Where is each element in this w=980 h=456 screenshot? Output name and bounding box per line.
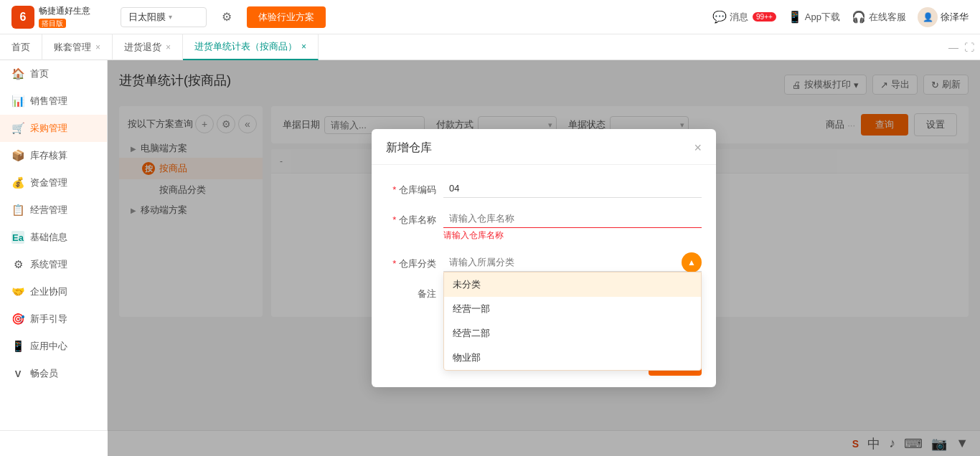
home-icon: 🏠	[11, 67, 24, 80]
sidebar-item-purchase[interactable]: 🛒 采购管理	[0, 115, 107, 142]
inventory-icon: 📦	[11, 149, 24, 162]
warehouse-code-label: * 仓库编码	[386, 179, 443, 196]
tab-account-management[interactable]: 账套管理 ×	[42, 34, 113, 60]
warehouse-name-label: * 仓库名称	[386, 209, 443, 227]
headset-icon: 🎧	[852, 10, 866, 24]
settings-icon[interactable]: ⚙	[215, 6, 238, 29]
company-selector[interactable]: 日太阳膜 ▾	[121, 7, 207, 27]
messages-badge: 99++	[753, 12, 776, 22]
warehouse-category-row: * 仓库分类 ▲ 未分类 经营一部 经营二部 物业部	[386, 253, 702, 272]
avatar: 👤	[918, 7, 938, 27]
tab-purchase-stats[interactable]: 进货单统计表（按商品） ×	[183, 34, 319, 60]
sidebar-item-finance[interactable]: 💰 资金管理	[0, 169, 107, 196]
sidebar: 🏠 首页 📊 销售管理 🛒 采购管理 📦 库存核算 💰 资金管理 📋 经营管理 …	[0, 60, 108, 456]
content-area: 进货单统计(按商品) 🖨 按模板打印 ▾ ↗ 导出 ↻ 刷新	[108, 60, 980, 456]
modal-body: * 仓库编码 * 仓库名称	[372, 165, 716, 344]
online-service-item[interactable]: 🎧 在线客服	[852, 10, 906, 24]
tab-expand-icon[interactable]: ⛶	[964, 42, 974, 53]
messages-label: 消息	[730, 11, 748, 24]
guide-icon: 🎯	[11, 313, 24, 326]
warehouse-name-error: 请输入仓库名称	[443, 229, 702, 242]
company-name: 日太阳膜	[128, 11, 166, 24]
sidebar-item-app-center[interactable]: 📱 应用中心	[0, 333, 107, 360]
sidebar-item-system[interactable]: ⚙ 系统管理	[0, 251, 107, 278]
messages-item[interactable]: 💬 消息 99++	[712, 10, 776, 24]
sidebar-item-inventory[interactable]: 📦 库存核算	[0, 142, 107, 169]
tab-close-icon[interactable]: ×	[301, 42, 306, 52]
sidebar-item-operations[interactable]: 📋 经营管理	[0, 196, 107, 224]
app-download-item[interactable]: 📱 App下载	[788, 10, 840, 24]
sidebar-item-member[interactable]: V 畅会员	[0, 360, 107, 387]
dropdown-option-property[interactable]: 物业部	[444, 346, 701, 370]
dropdown-option-uncategorized[interactable]: 未分类	[444, 272, 701, 297]
warehouse-code-input[interactable]	[443, 179, 702, 198]
basic-info-icon: Ea	[11, 231, 24, 244]
logo-area: 6 畅捷通好生意 搭目版	[11, 5, 112, 29]
username-label: 徐泽华	[941, 11, 969, 24]
app-download-label: App下载	[805, 11, 840, 24]
sales-icon: 📊	[11, 95, 24, 108]
warehouse-code-input-wrap	[443, 179, 702, 198]
warehouse-category-input-wrap: ▲ 未分类 经营一部 经营二部 物业部	[443, 253, 702, 272]
modal-new-warehouse: 新增仓库 × * 仓库编码	[372, 129, 716, 387]
main-layout: 🏠 首页 📊 销售管理 🛒 采购管理 📦 库存核算 💰 资金管理 📋 经营管理 …	[0, 60, 980, 456]
modal-close-icon[interactable]: ×	[694, 141, 702, 156]
online-service-label: 在线客服	[869, 11, 906, 24]
modal-title: 新增仓库	[386, 141, 432, 156]
top-header: 6 畅捷通好生意 搭目版 日太阳膜 ▾ ⚙ 体验行业方案 💬 消息 99++ 📱…	[0, 0, 980, 34]
tab-close-icon[interactable]: ×	[166, 42, 171, 52]
message-icon: 💬	[712, 10, 727, 24]
warehouse-category-input[interactable]	[443, 253, 702, 272]
tab-close-icon[interactable]: ×	[95, 42, 100, 52]
tab-bar: 首页 账套管理 × 进货退货 × 进货单统计表（按商品） × — ⛶	[0, 34, 980, 60]
sidebar-item-enterprise[interactable]: 🤝 企业协同	[0, 278, 107, 305]
notes-label: 备注	[386, 283, 443, 300]
enterprise-icon: 🤝	[11, 285, 24, 298]
purchase-icon: 🛒	[11, 122, 24, 135]
tab-home[interactable]: 首页	[0, 34, 42, 60]
member-icon: V	[11, 367, 24, 380]
sidebar-item-sales[interactable]: 📊 销售管理	[0, 87, 107, 115]
finance-icon: 💰	[11, 176, 24, 189]
tab-bar-actions: — ⛶	[948, 42, 980, 53]
tab-purchase-return[interactable]: 进货退货 ×	[113, 34, 183, 60]
tab-minimize-icon[interactable]: —	[948, 42, 958, 53]
warehouse-name-row: * 仓库名称 请输入仓库名称	[386, 209, 702, 242]
app-logo-icon: 6	[11, 6, 34, 29]
category-dropdown-list: 未分类 经营一部 经营二部 物业部	[443, 272, 702, 371]
phone-icon: 📱	[788, 10, 802, 24]
warehouse-category-label: * 仓库分类	[386, 253, 443, 270]
dropdown-toggle-button[interactable]: ▲	[682, 252, 702, 272]
header-right-area: 💬 消息 99++ 📱 App下载 🎧 在线客服 👤 徐泽华	[712, 7, 969, 27]
selector-arrow-icon: ▾	[169, 13, 172, 21]
sidebar-item-home[interactable]: 🏠 首页	[0, 60, 107, 87]
sidebar-item-guide[interactable]: 🎯 新手引导	[0, 305, 107, 333]
warehouse-code-row: * 仓库编码	[386, 179, 702, 198]
modal-overlay: 新增仓库 × * 仓库编码	[108, 60, 980, 456]
app-center-icon: 📱	[11, 340, 24, 353]
warehouse-name-input[interactable]	[443, 209, 702, 228]
sidebar-item-basic-info[interactable]: Ea 基础信息	[0, 224, 107, 251]
warehouse-name-input-wrap: 请输入仓库名称	[443, 209, 702, 242]
app-badge: 搭目版	[39, 19, 66, 28]
dropdown-option-ops2[interactable]: 经营二部	[444, 321, 701, 346]
dropdown-option-ops1[interactable]: 经营一部	[444, 297, 701, 321]
try-industry-button[interactable]: 体验行业方案	[247, 6, 326, 28]
app-name: 畅捷通好生意	[39, 5, 90, 17]
system-icon: ⚙	[11, 258, 24, 271]
user-avatar-area[interactable]: 👤 徐泽华	[918, 7, 969, 27]
operations-icon: 📋	[11, 204, 24, 217]
modal-header: 新增仓库 ×	[372, 129, 716, 165]
